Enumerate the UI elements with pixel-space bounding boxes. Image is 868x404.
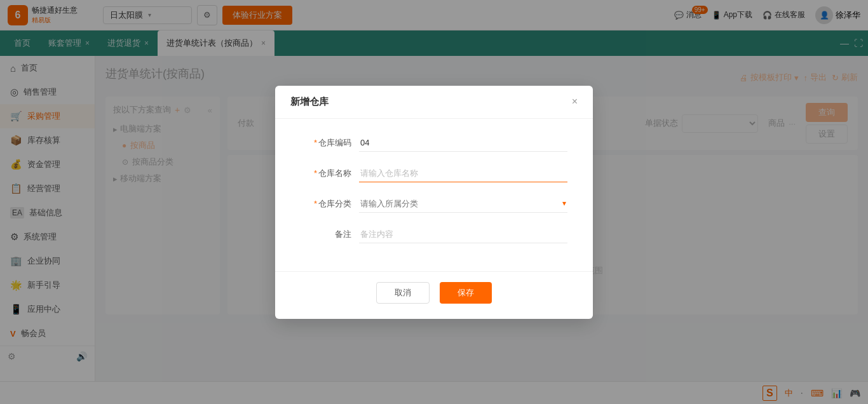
form-row-code: 仓库编码 [301,134,567,152]
form-row-name: 仓库名称 [301,165,567,182]
dialog-header: 新增仓库 × [275,86,593,119]
code-input[interactable] [359,134,567,152]
cancel-button[interactable]: 取消 [376,282,430,304]
dialog-footer: 取消 保存 [275,271,593,319]
new-warehouse-dialog: 新增仓库 × 仓库编码 仓库名称 仓库分类 ▾ [275,86,593,319]
category-label: 仓库分类 [301,198,351,210]
save-button[interactable]: 保存 [440,282,492,304]
category-input[interactable] [360,199,562,208]
name-input[interactable] [359,165,567,182]
remark-label: 备注 [301,229,351,240]
category-dropdown-arrow: ▾ [562,199,566,208]
code-label: 仓库编码 [301,137,351,149]
name-label: 仓库名称 [301,168,351,179]
remark-input[interactable] [359,226,567,243]
form-row-category: 仓库分类 ▾ [301,195,567,213]
dialog-close-btn[interactable]: × [572,96,578,107]
dialog-body: 仓库编码 仓库名称 仓库分类 ▾ 备注 [275,119,593,271]
dialog-title: 新增仓库 [290,96,329,108]
modal-overlay[interactable]: 新增仓库 × 仓库编码 仓库名称 仓库分类 ▾ [0,0,868,404]
form-row-remark: 备注 [301,226,567,243]
category-select-row[interactable]: ▾ [359,195,567,213]
